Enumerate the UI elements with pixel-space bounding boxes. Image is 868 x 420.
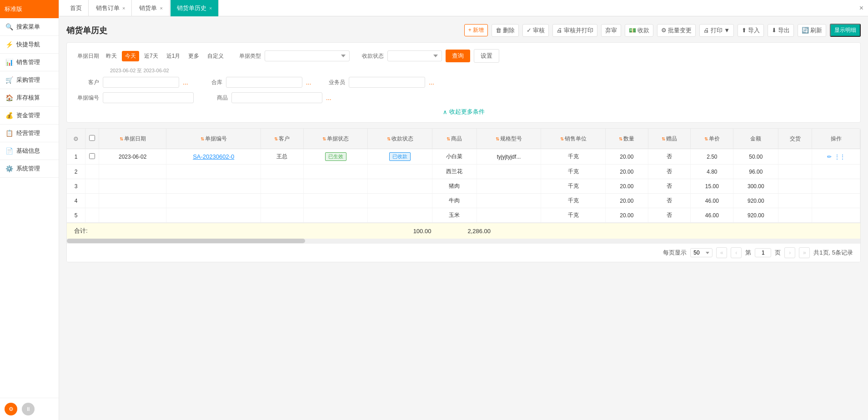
date-yesterday[interactable]: 昨天 — [103, 51, 120, 61]
page-input[interactable] — [755, 248, 771, 257]
th-settings[interactable]: ⚙ — [67, 129, 85, 149]
sidebar-item-sales-mgmt[interactable]: 📊 销售管理 — [0, 54, 59, 71]
cell-docno — [166, 179, 261, 194]
sidebar: 标准版 🔍 搜索菜单 ⚡ 快捷导航 📊 销售管理 🛒 采购管理 🏠 库存核算 💰… — [0, 0, 59, 420]
sidebar-item-sys-mgmt[interactable]: ⚙️ 系统管理 — [0, 160, 59, 178]
cell-price: 46.00 — [691, 208, 733, 223]
abandon-button[interactable]: 弃审 — [601, 24, 621, 37]
warehouse-ellipsis[interactable]: ... — [306, 79, 311, 86]
sidebar-item-search-menu[interactable]: 🔍 搜索菜单 — [0, 18, 59, 36]
batch-change-button[interactable]: ⚙ 批量变更 — [657, 24, 696, 37]
sidebar-item-base-info[interactable]: 📄 基础信息 — [0, 142, 59, 160]
tab-sales-goods[interactable]: 销货单 × — [133, 0, 169, 16]
first-page-button[interactable]: « — [716, 247, 727, 258]
th-spec[interactable]: ⇅规格型号 — [477, 129, 541, 149]
sidebar-settings-button[interactable]: ⚙ — [5, 403, 17, 415]
select-all-checkbox[interactable] — [89, 135, 95, 141]
import-button[interactable]: ⬆ 导入 — [738, 24, 764, 37]
th-pay-status[interactable]: ⇅收款状态 — [368, 129, 432, 149]
data-table: ⚙ ⇅单据日期 ⇅单据编号 ⇅客户 — [67, 129, 860, 223]
cell-checkbox[interactable] — [85, 165, 99, 179]
th-doc-status[interactable]: ⇅单据状态 — [303, 129, 368, 149]
table-row: 5玉米千克20.00否46.00920.00 — [67, 208, 860, 223]
type-select[interactable] — [265, 50, 350, 61]
cell-customer — [261, 194, 304, 208]
date-custom[interactable]: 自定义 — [204, 51, 227, 61]
cell-checkbox[interactable] — [85, 149, 99, 165]
new-button[interactable]: + 新增 — [464, 24, 488, 36]
collapse-button[interactable]: ∧ 收起更多条件 — [74, 108, 853, 116]
cell-gift: 否 — [648, 149, 691, 165]
goods-ellipsis[interactable]: ... — [326, 94, 331, 101]
more-action[interactable]: ⋮⋮ — [834, 154, 845, 160]
tab-bar-close-button[interactable]: × — [859, 4, 863, 12]
th-qty[interactable]: ⇅数量 — [605, 129, 648, 149]
sidebar-item-purchase-mgmt[interactable]: 🛒 采购管理 — [0, 71, 59, 89]
refresh-button[interactable]: 🔄 刷新 — [798, 24, 826, 37]
per-page-select[interactable]: 50 10 20 100 — [690, 248, 712, 257]
customer-input[interactable] — [103, 77, 179, 88]
prev-page-button[interactable]: ‹ — [731, 247, 742, 258]
tab-sales-goods-close[interactable]: × — [160, 5, 162, 11]
warehouse-input[interactable] — [226, 77, 302, 88]
horizontal-scrollbar[interactable] — [67, 239, 860, 243]
sidebar-item-operations[interactable]: 📋 经营管理 — [0, 125, 59, 142]
sidebar-item-label: 采购管理 — [16, 76, 40, 84]
edit-action[interactable]: ✏ — [827, 154, 832, 160]
sidebar-item-label: 搜索菜单 — [16, 23, 40, 31]
pay-status-select[interactable] — [387, 50, 442, 61]
sidebar-item-finance[interactable]: 💰 资金管理 — [0, 107, 59, 125]
th-unit[interactable]: ⇅销售单位 — [541, 129, 606, 149]
cell-spec — [477, 165, 541, 179]
date-7days[interactable]: 近7天 — [141, 51, 161, 61]
tab-home[interactable]: 首页 — [64, 0, 89, 16]
docno-link[interactable]: SA-20230602-0 — [193, 153, 234, 160]
cell-goods: 西兰花 — [432, 165, 477, 179]
th-goods[interactable]: ⇅商品 — [432, 129, 477, 149]
tab-sales-order-close[interactable]: × — [122, 5, 125, 11]
sidebar-item-inventory[interactable]: 🏠 库存核算 — [0, 89, 59, 107]
cell-checkbox[interactable] — [85, 208, 99, 223]
last-page-button[interactable]: » — [799, 247, 810, 258]
date-1month[interactable]: 近1月 — [163, 51, 184, 61]
tab-sales-order[interactable]: 销售订单 × — [90, 0, 132, 16]
cell-pay-status: 已收款 — [368, 149, 432, 165]
sort-spec-icon: ⇅ — [496, 136, 499, 141]
tab-sales-history[interactable]: 销货单历史 × — [171, 0, 219, 16]
th-price[interactable]: ⇅单价 — [691, 129, 733, 149]
review-button[interactable]: ✓ 审核 — [522, 24, 549, 37]
next-page-button[interactable]: › — [784, 247, 795, 258]
sort-paystatus-icon: ⇅ — [387, 136, 391, 141]
th-docno[interactable]: ⇅单据编号 — [166, 129, 261, 149]
query-button[interactable]: 查询 — [446, 50, 470, 62]
export-button[interactable]: ⬇ 导出 — [768, 24, 794, 37]
collect-button[interactable]: 💵 收款 — [625, 24, 653, 37]
table-settings-icon[interactable]: ⚙ — [70, 132, 82, 145]
th-date[interactable]: ⇅单据日期 — [99, 129, 166, 149]
tab-sales-history-close[interactable]: × — [209, 5, 212, 11]
th-gift[interactable]: ⇅赠品 — [648, 129, 691, 149]
docno-input[interactable] — [103, 92, 194, 103]
review-print-button[interactable]: 🖨 审核并打印 — [552, 24, 597, 37]
setting-button[interactable]: 设置 — [474, 49, 499, 63]
sort-gift-icon: ⇅ — [662, 136, 665, 141]
print-button[interactable]: 🖨 打印 ▼ — [699, 24, 734, 37]
sidebar-pause-button[interactable]: ⏸ — [22, 403, 35, 415]
delete-button[interactable]: 🗑 删除 — [492, 24, 519, 37]
cell-gift: 否 — [648, 179, 691, 194]
date-today[interactable]: 今天 — [122, 51, 139, 61]
sidebar-item-label: 系统管理 — [16, 165, 40, 173]
goods-input[interactable] — [231, 92, 322, 103]
date-range-display: 2023-06-02 至 2023-06-02 — [110, 67, 169, 74]
customer-ellipsis[interactable]: ... — [183, 79, 188, 86]
th-customer[interactable]: ⇅客户 — [261, 129, 304, 149]
display-detail-button[interactable]: 显示明细 — [830, 24, 861, 37]
sidebar-item-quick-nav[interactable]: ⚡ 快捷导航 — [0, 36, 59, 54]
tab-home-label: 首页 — [70, 4, 82, 12]
staff-input[interactable] — [349, 77, 425, 88]
cell-checkbox[interactable] — [85, 179, 99, 194]
cell-docno — [166, 194, 261, 208]
staff-ellipsis[interactable]: ... — [429, 79, 434, 86]
cell-checkbox[interactable] — [85, 194, 99, 208]
date-more[interactable]: 更多 — [185, 51, 202, 61]
